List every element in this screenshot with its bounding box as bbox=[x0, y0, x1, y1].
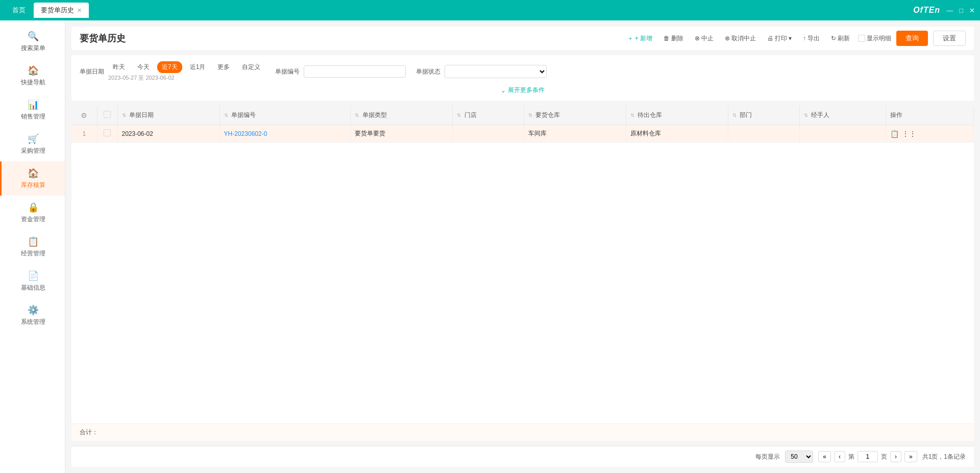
page-end-label: 页 bbox=[881, 453, 887, 461]
sidebar-item-sales-mgmt[interactable]: 📊 销售管理 bbox=[0, 93, 65, 127]
first-page-btn[interactable]: « bbox=[818, 451, 831, 462]
date-btn-yesterday[interactable]: 昨天 bbox=[108, 61, 130, 73]
sidebar-item-label: 资金管理 bbox=[21, 215, 45, 224]
status-filter-label: 单据状态 bbox=[416, 67, 440, 76]
main-layout: 🔍 搜索菜单 🏠 快捷导航 📊 销售管理 🛒 采购管理 🏠 库存核算 🔒 资金管… bbox=[0, 20, 980, 473]
sidebar-item-label: 库存核算 bbox=[21, 181, 45, 190]
close-btn[interactable]: ✕ bbox=[969, 7, 975, 14]
add-label: + 新增 bbox=[635, 34, 652, 43]
system-mgmt-icon: ⚙️ bbox=[28, 304, 39, 316]
docno-link[interactable]: YH-20230602-0 bbox=[224, 130, 267, 137]
th-docdate[interactable]: 单据日期 bbox=[117, 106, 219, 125]
date-btn-custom[interactable]: 自定义 bbox=[237, 61, 265, 73]
prev-page-btn[interactable]: ‹ bbox=[834, 451, 845, 462]
table-header-row: ⚙ 单据日期 单据编号 单据类型 bbox=[71, 106, 974, 125]
sidebar-item-system-mgmt[interactable]: ⚙️ 系统管理 bbox=[0, 298, 65, 333]
sidebar-item-search-menu[interactable]: 🔍 搜索菜单 bbox=[0, 25, 65, 59]
export-button[interactable]: ↑ 导出 bbox=[800, 32, 823, 45]
action-icons: 📋 ⋮⋮ bbox=[890, 130, 969, 138]
th-handler[interactable]: 经手人 bbox=[799, 106, 886, 125]
sidebar-item-finance-mgmt[interactable]: 🔒 资金管理 bbox=[0, 196, 65, 230]
refresh-icon: ↻ bbox=[831, 35, 836, 42]
docno-filter-input[interactable] bbox=[304, 65, 406, 78]
quick-nav-icon: 🏠 bbox=[28, 65, 39, 76]
cell-checkbox bbox=[97, 125, 117, 143]
cancel-stop-label: 取消中止 bbox=[731, 34, 756, 43]
th-checkbox bbox=[97, 106, 117, 125]
th-department[interactable]: 部门 bbox=[728, 106, 800, 125]
page-size-select[interactable]: 50 10 20 100 bbox=[785, 451, 813, 463]
refresh-button[interactable]: ↻ 刷新 bbox=[828, 32, 853, 45]
add-button[interactable]: ＋ + 新增 bbox=[624, 32, 655, 45]
query-button[interactable]: 查询 bbox=[896, 31, 928, 46]
page-footer: 每页显示 50 10 20 100 « ‹ 第 页 › » 共1页，1条记录 bbox=[71, 446, 974, 467]
th-store[interactable]: 门店 bbox=[453, 106, 524, 125]
sidebar-item-operations-mgmt[interactable]: 📋 经营管理 bbox=[0, 230, 65, 264]
sidebar: 🔍 搜索菜单 🏠 快捷导航 📊 销售管理 🛒 采购管理 🏠 库存核算 🔒 资金管… bbox=[0, 20, 65, 473]
refresh-label: 刷新 bbox=[838, 34, 850, 43]
summary-label: 合计： bbox=[80, 429, 98, 436]
th-docno[interactable]: 单据编号 bbox=[219, 106, 351, 125]
operations-mgmt-icon: 📋 bbox=[28, 236, 39, 247]
status-filter-select[interactable] bbox=[445, 65, 547, 78]
settings-button[interactable]: 设置 bbox=[933, 31, 966, 46]
th-docno-label: 单据编号 bbox=[231, 111, 256, 119]
cell-docno: YH-20230602-0 bbox=[219, 125, 351, 143]
row-checkbox[interactable] bbox=[104, 129, 111, 136]
sidebar-item-label: 搜索菜单 bbox=[21, 44, 45, 53]
th-doctype[interactable]: 单据类型 bbox=[351, 106, 453, 125]
sales-mgmt-icon: 📊 bbox=[28, 99, 39, 110]
print-dropdown-icon: ▾ bbox=[789, 35, 792, 42]
stop-icon: ⊗ bbox=[695, 35, 700, 42]
next-page-btn[interactable]: › bbox=[890, 451, 901, 462]
cell-handler bbox=[799, 125, 886, 143]
maximize-btn[interactable]: □ bbox=[959, 7, 963, 14]
stop-button[interactable]: ⊗ 中止 bbox=[692, 32, 717, 45]
date-btn-more[interactable]: 更多 bbox=[213, 61, 234, 73]
sidebar-item-quick-nav[interactable]: 🏠 快捷导航 bbox=[0, 59, 65, 93]
date-range-display: 2023-05-27 至 2023-06-02 bbox=[108, 74, 265, 82]
expand-more-btn[interactable]: ⌄ 展开更多条件 bbox=[80, 86, 966, 94]
date-btn-recent7[interactable]: 近7天 bbox=[157, 61, 182, 73]
cancel-stop-button[interactable]: ⊗ 取消中止 bbox=[722, 32, 759, 45]
delete-button[interactable]: 🗑 删除 bbox=[660, 32, 687, 45]
date-btn-recent1month[interactable]: 近1月 bbox=[185, 61, 210, 73]
th-pendingwarehouse[interactable]: 待出仓库 bbox=[626, 106, 728, 125]
sidebar-item-inventory[interactable]: 🏠 库存核算 bbox=[0, 161, 65, 196]
th-reqwarehouse[interactable]: 要货仓库 bbox=[524, 106, 626, 125]
toolbar: ＋ + 新增 🗑 删除 ⊗ 中止 ⊗ 取消中止 🖨 打印 bbox=[624, 31, 966, 46]
page-number-input[interactable] bbox=[857, 451, 878, 462]
table-container: ⚙ 单据日期 单据编号 单据类型 bbox=[71, 106, 974, 441]
docno-filter-group: 单据编号 bbox=[275, 65, 406, 78]
page-header: 要货单历史 ＋ + 新增 🗑 删除 ⊗ 中止 ⊗ 取消中止 bbox=[71, 27, 974, 50]
sidebar-item-label: 销售管理 bbox=[21, 112, 45, 121]
date-btn-today[interactable]: 今天 bbox=[133, 61, 154, 73]
inventory-icon: 🏠 bbox=[28, 168, 39, 179]
content-area: 要货单历史 ＋ + 新增 🗑 删除 ⊗ 中止 ⊗ 取消中止 bbox=[65, 20, 980, 473]
sidebar-item-basic-info[interactable]: 📄 基础信息 bbox=[0, 264, 65, 298]
tab-home-label: 首页 bbox=[12, 6, 26, 15]
export-label: 导出 bbox=[807, 34, 820, 43]
delete-row-icon[interactable]: ⋮⋮ bbox=[902, 130, 916, 138]
page-label: 第 bbox=[848, 453, 854, 461]
minimize-btn[interactable]: — bbox=[946, 7, 953, 14]
tab-history-label: 要货单历史 bbox=[41, 6, 74, 15]
last-page-btn[interactable]: » bbox=[904, 451, 917, 462]
date-filter-label: 单据日期 bbox=[80, 67, 104, 76]
print-button[interactable]: 🖨 打印 ▾ bbox=[764, 32, 795, 45]
th-reqwarehouse-label: 要货仓库 bbox=[535, 111, 560, 119]
data-table: ⚙ 单据日期 单据编号 单据类型 bbox=[71, 106, 974, 143]
tab-home[interactable]: 首页 bbox=[5, 3, 33, 18]
page-size-label: 每页显示 bbox=[755, 453, 780, 461]
column-settings-icon[interactable]: ⚙ bbox=[81, 111, 87, 120]
th-department-label: 部门 bbox=[740, 111, 752, 119]
sidebar-item-purchase-mgmt[interactable]: 🛒 采购管理 bbox=[0, 127, 65, 161]
edit-icon[interactable]: 📋 bbox=[890, 130, 899, 138]
tab-history[interactable]: 要货单历史 ✕ bbox=[34, 3, 89, 18]
th-action-label: 操作 bbox=[890, 111, 902, 119]
status-filter-group: 单据状态 bbox=[416, 65, 547, 78]
show-detail-checkbox[interactable]: 显示明细 bbox=[858, 34, 891, 43]
print-label: 打印 bbox=[775, 34, 787, 43]
select-all-checkbox[interactable] bbox=[104, 111, 111, 118]
tab-close-icon[interactable]: ✕ bbox=[77, 7, 82, 14]
